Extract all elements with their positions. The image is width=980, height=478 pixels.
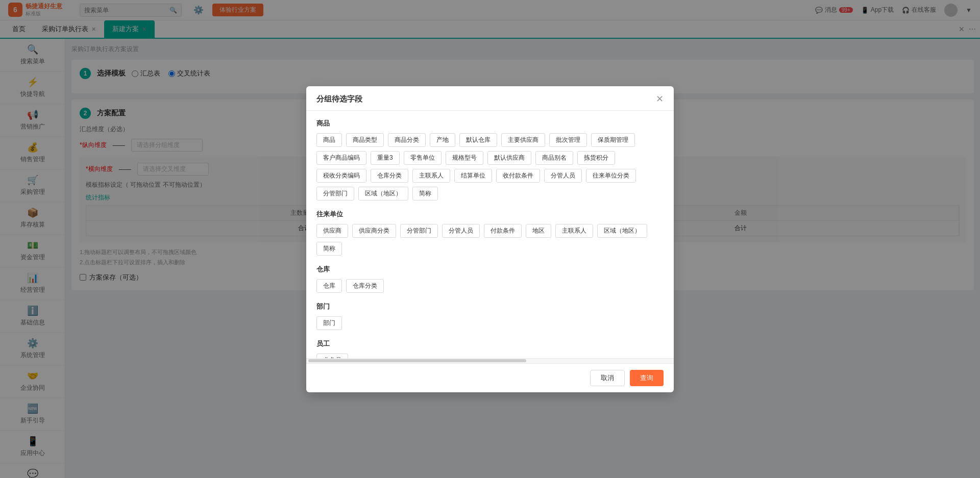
section-goods: 商品 商品 商品类型 商品分类 产地 默认仓库 主要供应商 批次管理 保质期管理… bbox=[316, 119, 664, 200]
modal-body: 商品 商品 商品类型 商品分类 产地 默认仓库 主要供应商 批次管理 保质期管理… bbox=[306, 111, 674, 359]
field-tag[interactable]: 结算单位 bbox=[454, 169, 492, 183]
modal-confirm-btn[interactable]: 查询 bbox=[630, 370, 664, 386]
field-select-modal: 分组待选字段 ✕ 商品 商品 商品类型 商品分类 产地 默认仓库 主要供应商 批… bbox=[306, 86, 674, 392]
goods-field-tags: 商品 商品类型 商品分类 产地 默认仓库 主要供应商 批次管理 保质期管理 客户… bbox=[316, 133, 664, 200]
field-tag[interactable]: 简称 bbox=[316, 242, 342, 256]
field-tag[interactable]: 商品分类 bbox=[388, 133, 426, 147]
field-tag[interactable]: 批次管理 bbox=[549, 133, 587, 147]
field-tag[interactable]: 部门 bbox=[316, 316, 342, 330]
field-tag[interactable]: 零售单位 bbox=[404, 151, 442, 165]
field-tag[interactable]: 供应商分类 bbox=[352, 224, 396, 238]
field-tag[interactable]: 业务员 bbox=[316, 354, 348, 359]
section-warehouse-title: 仓库 bbox=[316, 265, 664, 274]
section-dept-title: 部门 bbox=[316, 302, 664, 311]
modal-close-btn[interactable]: ✕ bbox=[656, 94, 664, 104]
section-dept: 部门 部门 bbox=[316, 302, 664, 330]
field-tag[interactable]: 区域（地区） bbox=[597, 224, 647, 238]
section-staff-title: 员工 bbox=[316, 339, 664, 348]
field-tag[interactable]: 保质期管理 bbox=[591, 133, 635, 147]
modal-footer: 取消 查询 bbox=[306, 363, 674, 392]
field-tag[interactable]: 简称 bbox=[412, 187, 438, 200]
modal-hscroll[interactable] bbox=[306, 358, 674, 363]
section-counterparty: 往来单位 供应商 供应商分类 分管部门 分管人员 付款条件 地区 主联系人 区域… bbox=[316, 210, 664, 256]
staff-field-tags: 业务员 bbox=[316, 354, 664, 359]
field-tag[interactable]: 商品别名 bbox=[535, 151, 573, 165]
field-tag[interactable]: 收付款条件 bbox=[496, 169, 540, 183]
field-tag[interactable]: 分管部门 bbox=[316, 187, 354, 200]
field-tag[interactable]: 默认仓库 bbox=[459, 133, 497, 147]
field-tag[interactable]: 地区 bbox=[526, 224, 551, 238]
field-tag[interactable]: 产地 bbox=[430, 133, 455, 147]
section-counterparty-title: 往来单位 bbox=[316, 210, 664, 219]
field-tag[interactable]: 区域（地区） bbox=[358, 187, 408, 200]
field-tag[interactable]: 分管人员 bbox=[544, 169, 582, 183]
field-tag[interactable]: 规格型号 bbox=[446, 151, 483, 165]
modal-cancel-btn[interactable]: 取消 bbox=[590, 370, 625, 386]
modal-overlay: 分组待选字段 ✕ 商品 商品 商品类型 商品分类 产地 默认仓库 主要供应商 批… bbox=[0, 0, 980, 478]
field-tag[interactable]: 税收分类编码 bbox=[316, 169, 366, 183]
field-tag[interactable]: 仓库分类 bbox=[346, 279, 384, 293]
field-tag[interactable]: 付款条件 bbox=[484, 224, 522, 238]
field-tag[interactable]: 商品 bbox=[316, 133, 342, 147]
field-tag[interactable]: 往来单位分类 bbox=[586, 169, 636, 183]
modal-header: 分组待选字段 ✕ bbox=[306, 86, 674, 111]
field-tag[interactable]: 分管部门 bbox=[400, 224, 438, 238]
warehouse-field-tags: 仓库 仓库分类 bbox=[316, 279, 664, 293]
section-goods-title: 商品 bbox=[316, 119, 664, 128]
dept-field-tags: 部门 bbox=[316, 316, 664, 330]
field-tag[interactable]: 供应商 bbox=[316, 224, 348, 238]
counterparty-field-tags: 供应商 供应商分类 分管部门 分管人员 付款条件 地区 主联系人 区域（地区） … bbox=[316, 224, 664, 256]
modal-title: 分组待选字段 bbox=[316, 94, 362, 104]
section-staff: 员工 业务员 bbox=[316, 339, 664, 359]
field-tag[interactable]: 仓库分类 bbox=[371, 169, 408, 183]
field-tag[interactable]: 重量3 bbox=[371, 151, 400, 165]
field-tag[interactable]: 分管人员 bbox=[442, 224, 480, 238]
field-tag[interactable]: 主要供应商 bbox=[501, 133, 545, 147]
field-tag[interactable]: 拣货积分 bbox=[577, 151, 615, 165]
field-tag[interactable]: 默认供应商 bbox=[487, 151, 531, 165]
field-tag[interactable]: 主联系人 bbox=[412, 169, 450, 183]
field-tag[interactable]: 仓库 bbox=[316, 279, 342, 293]
field-tag[interactable]: 商品类型 bbox=[346, 133, 384, 147]
field-tag[interactable]: 主联系人 bbox=[555, 224, 593, 238]
field-tag[interactable]: 客户商品编码 bbox=[316, 151, 366, 165]
section-warehouse: 仓库 仓库 仓库分类 bbox=[316, 265, 664, 293]
